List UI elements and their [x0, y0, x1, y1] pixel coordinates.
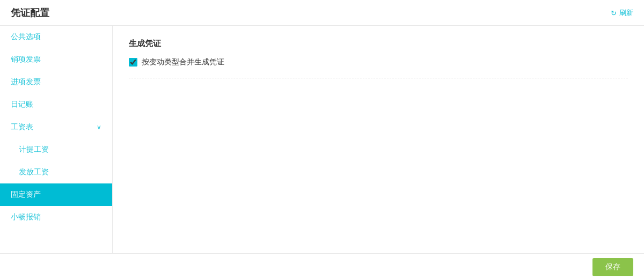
section-divider — [129, 78, 628, 78]
section-title: 生成凭证 — [129, 39, 628, 49]
sidebar-item-label: 小畅报销 — [11, 212, 41, 222]
page-footer: 保存 — [0, 253, 644, 280]
sidebar-item-pay-wages[interactable]: 发放工资 — [0, 161, 112, 183]
sidebar-item-label: 固定资产 — [11, 190, 41, 200]
sidebar-item-public-options[interactable]: 公共选项 — [0, 26, 112, 48]
refresh-icon: ↻ — [610, 9, 617, 17]
sidebar-item-label: 日记账 — [11, 100, 33, 109]
sidebar-item-expense-reimbursement[interactable]: 小畅报销 — [0, 206, 112, 229]
sidebar-item-fixed-assets[interactable]: 固定资产 — [0, 183, 112, 206]
sidebar-item-label: 公共选项 — [11, 32, 41, 42]
sidebar-item-label: 工资表 — [11, 122, 33, 132]
sidebar-item-purchase-invoice[interactable]: 进项发票 — [0, 71, 112, 93]
sidebar: 公共选项 销项发票 进项发票 日记账 工资表 ∨ 计提工资 发放工资 固定资产 … — [0, 26, 113, 253]
content-area: 生成凭证 按变动类型合并生成凭证 — [113, 26, 644, 253]
sidebar-item-sales-invoice[interactable]: 销项发票 — [0, 48, 112, 71]
page-title: 凭证配置 — [11, 6, 49, 19]
refresh-label: 刷新 — [619, 8, 633, 18]
sidebar-item-label: 发放工资 — [19, 167, 49, 177]
sidebar-item-payroll-table[interactable]: 工资表 ∨ — [0, 116, 112, 138]
merge-type-checkbox[interactable] — [129, 58, 137, 67]
checkbox-row: 按变动类型合并生成凭证 — [129, 57, 628, 67]
main-layout: 公共选项 销项发票 进项发票 日记账 工资表 ∨ 计提工资 发放工资 固定资产 … — [0, 26, 644, 253]
save-button[interactable]: 保存 — [592, 258, 633, 276]
page-header: 凭证配置 ↻ 刷新 — [0, 0, 644, 26]
sidebar-item-journal[interactable]: 日记账 — [0, 93, 112, 116]
sidebar-item-label: 销项发票 — [11, 55, 41, 64]
chevron-down-icon: ∨ — [97, 123, 101, 131]
sidebar-item-accrued-wages[interactable]: 计提工资 — [0, 138, 112, 161]
refresh-button[interactable]: ↻ 刷新 — [610, 8, 633, 18]
sidebar-item-label: 进项发票 — [11, 77, 41, 87]
checkbox-label[interactable]: 按变动类型合并生成凭证 — [142, 57, 224, 67]
sidebar-item-label: 计提工资 — [19, 145, 49, 154]
